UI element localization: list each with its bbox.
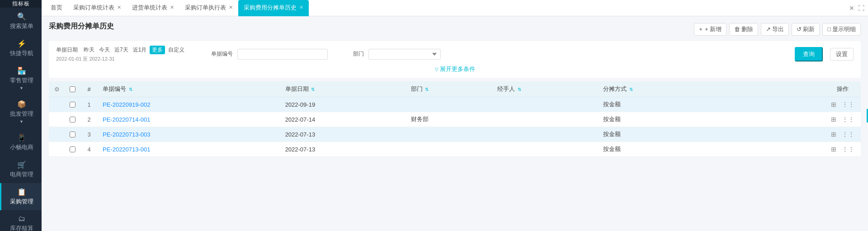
sidebar-item-mini[interactable]: 📱 小畅电商	[0, 129, 42, 156]
shortcut-more[interactable]: 更多	[150, 46, 165, 54]
row-no-cell: 2	[80, 112, 98, 127]
order-no-link[interactable]: PE-20220919-002	[103, 101, 151, 108]
retail-icon: 🏪	[3, 66, 40, 75]
inventory-icon: 🗂	[3, 215, 40, 223]
page-title: 采购费用分摊单历史	[49, 22, 114, 31]
checkbox-icon: □	[827, 26, 831, 33]
sort-date-icon: ⇅	[311, 87, 315, 92]
tab-goods-stats[interactable]: 进货单统计表 ✕	[127, 0, 179, 16]
shortcut-custom[interactable]: 自定义	[167, 46, 186, 54]
delete-label: 删除	[741, 25, 753, 33]
export-button[interactable]: ↗ 导出	[761, 23, 789, 36]
row-date-cell: 2022-09-19	[281, 97, 406, 112]
col-split-method-header[interactable]: 分摊方式 ⇅	[599, 81, 825, 97]
order-no-link[interactable]: PE-20220714-001	[103, 116, 151, 123]
col-order-no-header[interactable]: 单据编号 ⇅	[98, 81, 281, 97]
col-handler-header[interactable]: 经手人 ⇅	[493, 81, 599, 97]
row-handler-cell	[493, 142, 599, 157]
delete-icon: 🗑	[734, 26, 740, 33]
sidebar-item-wholesale[interactable]: 📦 批发管理 ▼	[0, 95, 42, 129]
search-button[interactable]: 查询	[795, 47, 823, 61]
select-all-checkbox[interactable]	[70, 86, 75, 92]
row-checkbox[interactable]	[70, 132, 75, 137]
mini-icon: 📱	[3, 133, 40, 142]
row-order-no-cell: PE-20220919-002	[98, 97, 281, 112]
sidebar-item-purchase[interactable]: 📋 采购管理	[0, 183, 42, 210]
purchase-icon: 📋	[3, 188, 40, 196]
show-detail-button[interactable]: □ 显示明细	[822, 23, 861, 36]
sidebar-item-search[interactable]: 🔍 搜索菜单	[0, 8, 42, 35]
data-table-container: ⚙ # 单据编号 ⇅ 单据日期 ⇅	[49, 81, 861, 157]
sort-handler-icon: ⇅	[518, 87, 521, 92]
tab-purchase-cost-close[interactable]: ✕	[299, 5, 303, 10]
table-row: 4 PE-20220713-001 2022-07-13 按金额 ⊞ ⋮⋮	[49, 142, 861, 157]
tab-purchase-order-stats-close[interactable]: ✕	[117, 5, 121, 10]
row-checkbox[interactable]	[70, 146, 75, 152]
tab-purchase-order-stats[interactable]: 采购订单统计表 ✕	[68, 0, 127, 16]
tab-goods-stats-close[interactable]: ✕	[170, 5, 174, 10]
sidebar-item-label: 小畅电商	[3, 143, 40, 151]
date-filter-label: 单据日期	[56, 46, 78, 54]
order-no-link[interactable]: PE-20220713-001	[103, 146, 151, 153]
sidebar-logo: 指标板	[0, 0, 42, 8]
order-no-link[interactable]: PE-20220713-003	[103, 131, 151, 138]
tab-purchase-order-exec-label: 采购订单执行表	[185, 4, 226, 12]
shortcut-yesterday[interactable]: 昨天	[82, 46, 96, 54]
row-more-icon[interactable]: ⋮⋮	[840, 130, 856, 139]
row-more-icon[interactable]: ⋮⋮	[840, 145, 856, 154]
shortcut-7days[interactable]: 近7天	[113, 46, 130, 54]
row-checkbox[interactable]	[70, 102, 75, 108]
setting-button[interactable]: 设置	[830, 48, 854, 61]
sidebar-item-ecommerce[interactable]: 🛒 电商管理	[0, 156, 42, 183]
row-actions-cell: ⊞ ⋮⋮	[825, 142, 861, 157]
sidebar-item-label: 批发管理	[3, 110, 40, 118]
filter-area: 单据日期 昨天 今天 近7天 近1月 更多 自定义 2022-01-01 至 2…	[49, 41, 861, 78]
export-icon: ↗	[766, 26, 771, 33]
row-view-icon[interactable]: ⊞	[829, 115, 838, 124]
sidebar-item-inventory[interactable]: 🗂 库存核算	[0, 210, 42, 231]
sidebar-item-label: 库存核算	[3, 224, 40, 231]
chevron-down-icon: ▼	[19, 119, 24, 124]
expand-more-button[interactable]: ▽ 展开更多条件	[56, 65, 854, 73]
row-dept-cell: 财务部	[406, 112, 493, 127]
col-no-header: #	[80, 81, 98, 97]
tab-purchase-order-exec-close[interactable]: ✕	[229, 5, 233, 10]
tab-purchase-cost[interactable]: 采购费用分摊单历史 ✕	[238, 0, 309, 16]
row-checkbox[interactable]	[70, 117, 75, 123]
close-all-icon[interactable]: ✕	[849, 5, 854, 12]
column-settings-icon[interactable]: ⚙	[53, 86, 61, 93]
order-no-input[interactable]	[237, 49, 328, 60]
row-split-method-cell: 按金额	[599, 97, 825, 112]
col-dept-header[interactable]: 部门 ⇅	[406, 81, 493, 97]
refresh-button[interactable]: ↺ 刷新	[792, 23, 820, 36]
delete-button[interactable]: 🗑 删除	[729, 23, 758, 36]
date-range-text: 2022-01-01 至 2022-12-31	[56, 56, 186, 62]
row-date-cell: 2022-07-13	[281, 127, 406, 142]
row-view-icon[interactable]: ⊞	[829, 145, 838, 154]
shortcut-1month[interactable]: 近1月	[132, 46, 148, 54]
row-view-icon[interactable]: ⊞	[829, 100, 838, 109]
row-check-cell	[65, 112, 80, 127]
refresh-label: 刷新	[803, 25, 815, 33]
row-date-cell: 2022-07-13	[281, 142, 406, 157]
col-settings-header[interactable]: ⚙	[49, 81, 65, 97]
col-date-header[interactable]: 单据日期 ⇅	[281, 81, 406, 97]
shortcut-today[interactable]: 今天	[98, 46, 111, 54]
fullscreen-icon[interactable]: ⛶	[858, 5, 864, 12]
toolbar-actions: + + 新增 🗑 删除 ↗ 导出 ↺ 刷新 □ 显示明细	[694, 23, 861, 36]
sidebar-item-retail[interactable]: 🏪 零售管理 ▼	[0, 62, 42, 95]
row-more-icon[interactable]: ⋮⋮	[840, 100, 856, 109]
add-button[interactable]: + + 新增	[694, 23, 726, 36]
expand-more-label: 展开更多条件	[440, 65, 475, 73]
row-more-icon[interactable]: ⋮⋮	[840, 115, 856, 124]
row-no-cell: 4	[80, 142, 98, 157]
ecommerce-icon: 🛒	[3, 160, 40, 169]
page-header: 采购费用分摊单历史 + + 新增 🗑 删除 ↗ 导出 ↺ 刷新	[49, 22, 861, 37]
sidebar-item-quick[interactable]: ⚡ 快捷导航	[0, 35, 42, 62]
row-settings-cell	[49, 127, 65, 142]
row-view-icon[interactable]: ⊞	[829, 130, 838, 139]
dept-select[interactable]: 财务部	[368, 49, 441, 60]
tab-home[interactable]: 首页	[45, 0, 68, 16]
tab-purchase-order-exec[interactable]: 采购订单执行表 ✕	[179, 0, 238, 16]
row-no-cell: 1	[80, 97, 98, 112]
